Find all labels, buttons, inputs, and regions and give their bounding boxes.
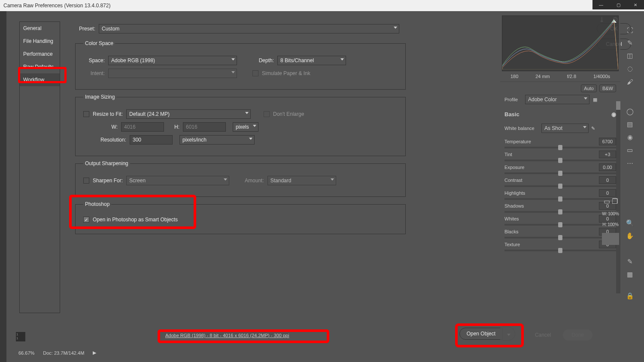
eye-icon[interactable]: ◉ <box>611 111 616 118</box>
photoshop-left-dock <box>0 11 7 362</box>
histogram[interactable] <box>502 15 619 71</box>
profile-label: Profile <box>504 97 522 102</box>
slider-value[interactable]: 0 <box>599 189 616 197</box>
wb-select[interactable]: As Shot <box>541 124 589 133</box>
photoshop-group: Photoshop ✓ Open in Photoshop as Smart O… <box>75 201 406 234</box>
exif-focal: 24 mm <box>535 74 550 79</box>
slider-label: Contrast <box>504 178 539 183</box>
slider-track[interactable] <box>504 185 616 187</box>
smart-objects-label: Open in Photoshop as Smart Objects <box>93 217 178 223</box>
depth-select[interactable]: 8 Bits/Channel <box>277 56 346 65</box>
snap-icon[interactable]: ▭ <box>604 197 610 205</box>
sharpen-checkbox[interactable] <box>83 178 89 184</box>
sharpen-label: Sharpen For: <box>93 178 123 184</box>
space-select[interactable]: Adobe RGB (1998) <box>108 56 237 65</box>
slider-value[interactable]: 6700 <box>599 138 616 145</box>
lock-icon[interactable]: 🔒 <box>626 292 634 300</box>
slider-label: Exposure <box>504 165 539 170</box>
scrollbar-thumb[interactable] <box>616 101 620 110</box>
auto-button[interactable]: Auto <box>581 84 597 92</box>
edit-icon[interactable]: ✎ <box>626 39 634 47</box>
flyout-arrow-icon[interactable]: ▶ <box>93 350 96 356</box>
zoom-icon[interactable]: 🔍 <box>626 219 634 227</box>
nav-general[interactable]: General <box>20 22 60 35</box>
acr-tool-strip: ⛶ ✎ ◫ ◌ 🖌 ◯ ▤ ◉ ▭ ⋯ 🔍 ✋ ✎ ▦ 🔒 <box>622 26 638 300</box>
slider-track[interactable] <box>504 224 616 226</box>
resolution-unit-select[interactable]: pixels/inch <box>179 135 255 145</box>
amount-select: Standard <box>267 176 336 185</box>
bw-button[interactable]: B&W <box>599 84 616 92</box>
slider-contrast: Contrast 0 <box>504 175 616 187</box>
output-sharpening-legend: Output Sharpening <box>83 160 130 166</box>
amount-value: Standard <box>270 178 292 184</box>
gradient-icon[interactable]: ▤ <box>626 120 634 129</box>
preset-icon[interactable]: ▭ <box>626 146 634 154</box>
workflow-summary-link[interactable]: Adobe RGB (1998) - 8 bit - 4016 x 6016 (… <box>165 333 289 338</box>
hand-icon[interactable]: ✋ <box>626 232 634 240</box>
slider-value[interactable]: 0 <box>599 176 616 184</box>
nav-performance[interactable]: Performance <box>20 48 60 60</box>
slider-thumb[interactable] <box>558 248 562 253</box>
simulate-checkbox <box>252 70 258 76</box>
exif-aperture: f/2.8 <box>567 74 576 79</box>
sampler-icon[interactable]: ✎ <box>626 257 634 266</box>
prefs-sidebar: General File Handling Performance Raw De… <box>19 21 60 313</box>
copy-icon[interactable]: ❐ <box>612 197 618 205</box>
slider-temperature: Temperature 6700 <box>504 136 616 148</box>
slider-tint: Tint +3 <box>504 149 616 161</box>
h-mini-label: H: <box>602 222 607 227</box>
chevron-down-icon <box>249 138 252 140</box>
slider-track[interactable] <box>504 198 616 200</box>
chevron-down-icon <box>253 125 256 127</box>
slider-label: Texture <box>504 242 539 247</box>
zoom-level[interactable]: 66.67% <box>18 350 34 356</box>
unit-select[interactable]: pixels <box>233 122 258 132</box>
minimize-button[interactable]: — <box>592 0 610 9</box>
window-controls: — ▢ ✕ <box>592 0 644 9</box>
slider-track[interactable] <box>504 250 616 251</box>
dialog-titlebar: Camera Raw Preferences (Version 13.4.0.8… <box>0 0 644 11</box>
nav-workflow[interactable]: Workflow <box>20 73 60 86</box>
redeye-icon[interactable]: ◉ <box>626 133 634 142</box>
profile-select[interactable]: Adobe Color <box>525 95 589 104</box>
w-mini-label: W: <box>602 211 607 216</box>
slider-track[interactable] <box>504 237 616 238</box>
brush-icon[interactable]: 🖌 <box>626 77 634 86</box>
slider-track[interactable] <box>504 160 616 161</box>
resolution-label: Resolution: <box>96 137 126 143</box>
more-icon[interactable]: ⋯ <box>626 159 634 167</box>
chevron-down-icon <box>331 178 334 181</box>
sharpen-select: Screen <box>126 176 229 185</box>
preset-select[interactable]: Custom <box>99 24 399 33</box>
fullscreen-icon[interactable]: ⛶ <box>626 26 634 34</box>
grid-icon[interactable]: ▦ <box>593 97 597 103</box>
nav-file-handling[interactable]: File Handling <box>20 35 60 48</box>
eyedropper-icon[interactable]: ✎ <box>591 126 595 131</box>
slider-value[interactable]: +3 <box>599 151 616 158</box>
heal-icon[interactable]: ◌ <box>626 64 634 73</box>
depth-label: Depth: <box>252 57 274 63</box>
image-sizing-legend: Image Sizing <box>83 94 116 100</box>
chevron-down-icon <box>583 126 586 128</box>
basic-panel-header[interactable]: Basic ◉ <box>504 107 616 120</box>
slider-track[interactable] <box>504 147 616 148</box>
nav-raw-defaults[interactable]: Raw Defaults <box>20 60 60 73</box>
close-button[interactable]: ✕ <box>627 0 644 9</box>
slider-value[interactable]: 0.00 <box>599 163 616 171</box>
resize-checkbox[interactable] <box>83 111 89 117</box>
prefs-content: Preset: Custom Color Space Space: Adobe … <box>69 21 412 238</box>
h-label: H: <box>171 124 179 130</box>
maximize-button[interactable]: ▢ <box>610 0 627 9</box>
slider-track[interactable] <box>504 211 616 213</box>
crop-icon[interactable]: ◫ <box>626 51 634 60</box>
smart-objects-checkbox[interactable]: ✓ <box>83 217 89 223</box>
resolution-input[interactable]: 300 <box>130 135 173 145</box>
resize-select[interactable]: Default (24.2 MP) <box>126 109 251 119</box>
radial-icon[interactable]: ◯ <box>626 107 634 116</box>
color-space-group: Color Space Space: Adobe RGB (1998) Dept… <box>75 40 406 90</box>
layer-thumb[interactable] <box>602 233 619 245</box>
open-object-button[interactable]: Open Object <box>459 328 503 340</box>
grid-view-icon[interactable]: ▦ <box>626 270 634 279</box>
space-value: Adobe RGB (1998) <box>111 57 155 63</box>
slider-track[interactable] <box>504 172 616 174</box>
